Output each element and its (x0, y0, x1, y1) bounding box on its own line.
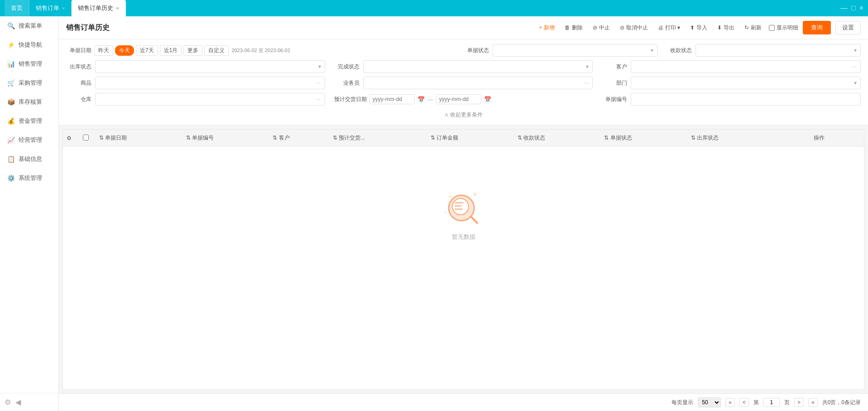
sidebar-item-search-menu[interactable]: 🔍 搜索菜单 (0, 16, 58, 35)
table-wrapper: ⚙ ⇅ 单据日期 ⇅ 单据编号 ⇅ 客户 (62, 129, 864, 390)
tab-sales-order-close[interactable]: × (62, 5, 65, 11)
date-btn-more[interactable]: 更多 (183, 45, 202, 56)
sidebar-footer: ⚙ ◀ (0, 393, 58, 411)
sidebar-item-purchase-mgmt[interactable]: 🛒 采购管理 (0, 73, 58, 92)
show-detail-checkbox[interactable] (769, 25, 775, 31)
page-header: 销售订单历史 + 新增 🗑 🗑 删除 删除 ⊘ 中止 ⊘ 取消中止 🖨 (59, 16, 868, 39)
sidebar-item-inventory-check[interactable]: 📦 库存核算 (0, 92, 58, 111)
sidebar-item-basic-info[interactable]: 📋 基础信息 (0, 150, 58, 169)
top-bar: 首页 销售订单 × 销售订单历史 × — □ × (0, 0, 868, 16)
delete-btn[interactable]: 🗑 🗑 删除 删除 (562, 22, 585, 34)
query-btn[interactable]: 查询 (803, 21, 831, 34)
department-select[interactable]: ▾ (631, 77, 861, 89)
sidebar-item-capital-mgmt[interactable]: 💰 资金管理 (0, 111, 58, 131)
sidebar-item-operation-mgmt[interactable]: 📈 经营管理 (0, 131, 58, 150)
th-date[interactable]: ⇅ 单据日期 (96, 130, 182, 147)
tab-sales-order-history-close[interactable]: × (116, 5, 119, 11)
sidebar-item-basic-label: 基础信息 (19, 155, 42, 163)
collect-more-btn[interactable]: ∧ 收起更多条件 (66, 109, 861, 121)
customer-label: 客户 (602, 63, 627, 71)
salesperson-input[interactable]: ··· (363, 77, 593, 89)
svg-line-2 (471, 217, 477, 223)
sidebar-collapse-btn[interactable]: ◀ (15, 398, 21, 406)
print-btn[interactable]: 🖨 打印 ▾ (655, 22, 683, 34)
date-btn-7days[interactable]: 近7天 (136, 45, 158, 56)
cancel-stop-btn[interactable]: ⊘ 取消中止 (617, 22, 651, 34)
print-icon: 🖨 (658, 24, 663, 31)
filter-item-complete-status: 完成状态 ▾ (334, 60, 593, 73)
tab-sales-order-history[interactable]: 销售订单历史 × (72, 0, 125, 16)
show-detail-label[interactable]: 显示明细 (769, 24, 798, 32)
date-btn-yesterday[interactable]: 昨天 (94, 45, 113, 56)
complete-status-select[interactable]: ▾ (363, 60, 593, 73)
calendar-end-icon[interactable]: 📅 (484, 96, 491, 103)
th-doc-status[interactable]: ⇅ 单据状态 (600, 130, 687, 147)
th-payment-status[interactable]: ⇅ 收款状态 (514, 130, 601, 147)
product-dots[interactable]: ··· (317, 80, 321, 86)
new-btn[interactable]: + 新增 (536, 22, 557, 34)
expected-date-start[interactable] (369, 94, 415, 104)
svg-point-7 (473, 193, 477, 196)
th-settings[interactable]: ⚙ (63, 130, 79, 147)
page-prev-btn[interactable]: < (739, 398, 749, 407)
page-size-select[interactable]: 50 10 20 100 (698, 397, 721, 407)
sidebar-item-inventory-label: 库存核算 (19, 98, 42, 106)
date-btn-custom[interactable]: 自定义 (204, 45, 229, 56)
import-btn[interactable]: ⬆ 导入 (687, 22, 710, 34)
system-mgmt-icon: ⚙️ (7, 174, 15, 182)
sidebar-item-sales-mgmt[interactable]: 📊 销售管理 (0, 54, 58, 73)
doc-status-select[interactable]: ▾ (493, 44, 658, 57)
doc-number-input[interactable] (631, 93, 861, 106)
sidebar-item-system-mgmt[interactable]: ⚙️ 系统管理 (0, 169, 58, 188)
date-btn-today[interactable]: 今天 (115, 45, 134, 56)
th-expected-date[interactable]: ⇅ 预计交货... (329, 130, 427, 147)
th-customer[interactable]: ⇅ 客户 (269, 130, 329, 147)
tab-sales-order[interactable]: 销售订单 × (29, 0, 72, 16)
export-btn[interactable]: ⬇ 导出 (715, 22, 737, 34)
calendar-start-icon[interactable]: 📅 (417, 96, 425, 103)
refresh-btn[interactable]: ↻ 刷新 (742, 22, 764, 34)
th-amount[interactable]: ⇅ 订单金额 (427, 130, 514, 147)
filter-row-1: 单据日期 昨天 今天 近7天 近1月 更多 自定义 2023-06-02 至 2… (66, 44, 861, 57)
sidebar-item-quick-nav[interactable]: ⚡ 快捷导航 (0, 35, 58, 54)
payment-status-select[interactable]: ▾ (695, 44, 861, 57)
settings-btn[interactable]: 设置 (835, 21, 861, 34)
th-out-warehouse[interactable]: ⇅ 出库状态 (687, 130, 774, 147)
expected-date-end[interactable] (436, 94, 481, 104)
window-close-btn[interactable]: × (859, 4, 863, 12)
import-icon: ⬆ (690, 24, 695, 31)
tab-sales-order-history-label: 销售订单历史 (78, 4, 113, 12)
warehouse-dots[interactable]: ··· (317, 96, 321, 102)
out-warehouse-select[interactable]: ▾ (95, 60, 325, 73)
svg-rect-4 (455, 205, 462, 207)
product-label: 商品 (66, 79, 91, 87)
product-input[interactable]: ··· (95, 77, 325, 89)
sidebar-item-system-label: 系统管理 (19, 174, 42, 182)
salesperson-dots[interactable]: ··· (584, 80, 589, 86)
page-first-btn[interactable]: « (725, 398, 735, 407)
warehouse-input[interactable]: ··· (95, 93, 325, 106)
select-all-checkbox[interactable] (83, 135, 89, 140)
window-minimize-btn[interactable]: — (840, 4, 848, 12)
page-next-btn[interactable]: > (794, 398, 804, 407)
sidebar-item-operation-label: 经营管理 (19, 136, 42, 144)
customer-dots[interactable]: ··· (852, 63, 857, 70)
window-restore-btn[interactable]: □ (851, 4, 856, 12)
delete-icon: 🗑 (565, 24, 570, 31)
sidebar-settings-btn[interactable]: ⚙ (5, 398, 11, 406)
tab-home[interactable]: 首页 (5, 0, 29, 16)
date-btn-1month[interactable]: 近1月 (160, 45, 182, 56)
customer-input[interactable]: ··· (631, 60, 861, 73)
svg-point-8 (445, 212, 446, 213)
cancel-stop-icon: ⊘ (620, 24, 624, 31)
page-last-btn[interactable]: » (808, 398, 818, 407)
table-header-row: ⚙ ⇅ 单据日期 ⇅ 单据编号 ⇅ 客户 (63, 130, 864, 147)
page-input[interactable] (763, 398, 780, 407)
inventory-check-icon: 📦 (7, 98, 15, 106)
th-number[interactable]: ⇅ 单据编号 (182, 130, 269, 147)
tab-home-label: 首页 (11, 4, 23, 12)
stop-btn[interactable]: ⊘ 中止 (590, 22, 613, 34)
page-go-label: 第 (753, 399, 759, 406)
tab-sales-order-label: 销售订单 (36, 4, 59, 12)
purchase-mgmt-icon: 🛒 (7, 79, 15, 87)
